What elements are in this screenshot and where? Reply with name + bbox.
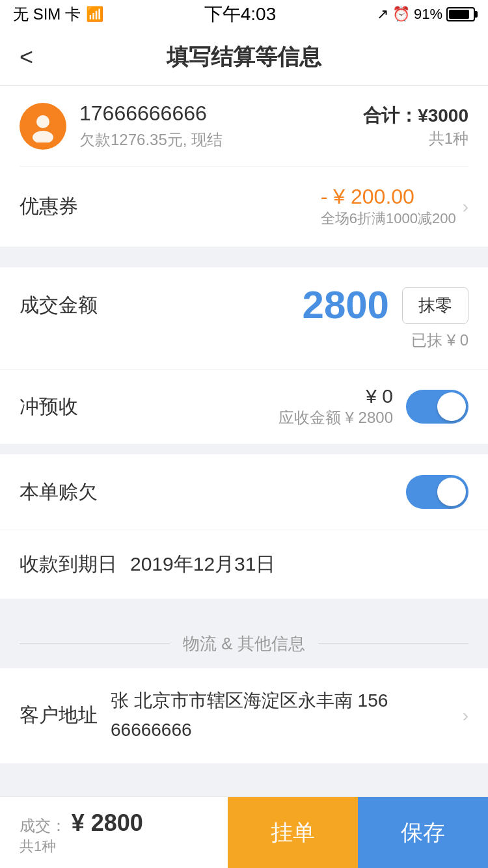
address-row[interactable]: 客户地址 张 北京市市辖区海淀区永丰南 156 66666666 › xyxy=(0,668,488,763)
coupon-label: 优惠券 xyxy=(20,193,78,220)
coupon-right: - ¥ 200.00 全场6折满1000减200 › xyxy=(321,185,468,228)
customer-row: 17666666666 欠款1276.35元, 现结 合计：¥3000 共1种 xyxy=(0,86,488,166)
address-value: 张 北京市市辖区海淀区永丰南 156 66666666 xyxy=(111,686,463,745)
customer-debt: 欠款1276.35元, 现结 xyxy=(79,129,223,150)
coupon-desc: 全场6折满1000减200 xyxy=(321,209,456,228)
coupon-discount: - ¥ 200.00 xyxy=(321,185,456,209)
coupon-arrow-icon: › xyxy=(463,197,468,217)
logistics-text: 物流 & 其他信息 xyxy=(170,632,318,655)
prereceive-label: 冲预收 xyxy=(20,394,78,420)
prereceive-toggle[interactable] xyxy=(406,390,468,424)
debt-toggle[interactable] xyxy=(406,475,468,509)
carrier-text: 无 SIM 卡 xyxy=(13,4,81,25)
svg-point-0 xyxy=(36,115,49,128)
summary-amount: ¥ 2800 xyxy=(72,809,143,836)
address-section: 客户地址 张 北京市市辖区海淀区永丰南 156 66666666 › xyxy=(0,668,488,763)
battery-icon xyxy=(446,7,475,21)
round-button[interactable]: 抹零 xyxy=(402,287,468,324)
deal-amount-value: 2800 xyxy=(303,286,389,325)
summary-count: 共1种 xyxy=(20,837,208,856)
customer-section: 17666666666 欠款1276.35元, 现结 合计：¥3000 共1种 … xyxy=(0,86,488,247)
debt-section: 本单赊欠 收款到期日 2019年12月31日 xyxy=(0,454,488,599)
prereceive-sub: 应收金额 ¥ 2800 xyxy=(278,407,393,428)
amount-section: 成交金额 2800 抹零 已抹 ¥ 0 xyxy=(0,267,488,369)
total-amount: 合计：¥3000 xyxy=(363,103,468,128)
prereceive-amount: ¥ 0 xyxy=(278,385,393,407)
coupon-row[interactable]: 优惠券 - ¥ 200.00 全场6折满1000减200 › xyxy=(0,167,488,247)
bottom-summary-line1: 成交： ¥ 2800 xyxy=(20,809,208,837)
avatar xyxy=(20,103,66,150)
svg-point-1 xyxy=(33,131,53,142)
customer-phone: 17666666666 xyxy=(79,102,223,126)
logistics-line-left xyxy=(20,644,170,644)
hold-button[interactable]: 挂单 xyxy=(228,797,358,869)
status-left: 无 SIM 卡 📶 xyxy=(13,4,103,25)
deal-amount-label: 成交金额 xyxy=(20,292,98,319)
status-bar: 无 SIM 卡 📶 下午4:03 ↗ ⏰ 91% xyxy=(0,0,488,29)
logistics-divider: 物流 & 其他信息 xyxy=(0,619,488,668)
debt-label: 本单赊欠 xyxy=(20,479,98,506)
page-title: 填写结算等信息 xyxy=(167,42,321,72)
prereceive-info: ¥ 0 应收金额 ¥ 2800 xyxy=(278,385,393,428)
prereceive-right: ¥ 0 应收金额 ¥ 2800 xyxy=(278,385,468,428)
status-time: 下午4:03 xyxy=(204,2,277,27)
customer-total: 合计：¥3000 共1种 xyxy=(363,103,468,149)
save-button[interactable]: 保存 xyxy=(358,797,488,869)
gap1 xyxy=(0,257,488,267)
prereceive-row: 冲预收 ¥ 0 应收金额 ¥ 2800 xyxy=(0,369,488,444)
duedate-label: 收款到期日 xyxy=(20,551,117,578)
logistics-line-right xyxy=(318,644,468,644)
battery-percent: 91% xyxy=(414,6,442,23)
bottom-bar: 成交： ¥ 2800 共1种 挂单 保存 xyxy=(0,796,488,868)
gap3 xyxy=(0,609,488,619)
amount-value-row: 2800 抹零 xyxy=(303,286,468,325)
summary-label: 成交： xyxy=(20,817,66,834)
alarm-icon: ⏰ xyxy=(392,6,410,23)
customer-info: 17666666666 欠款1276.35元, 现结 xyxy=(79,102,223,150)
debt-toggle-knob xyxy=(437,478,466,506)
location-icon: ↗ xyxy=(377,6,388,23)
status-right: ↗ ⏰ 91% xyxy=(377,6,475,23)
total-count: 共1种 xyxy=(363,128,468,149)
bottom-summary: 成交： ¥ 2800 共1种 xyxy=(0,809,228,856)
already-rounded: 已抹 ¥ 0 xyxy=(20,330,468,351)
wifi-icon: 📶 xyxy=(86,6,103,23)
address-label: 客户地址 xyxy=(20,702,98,729)
duedate-row: 收款到期日 2019年12月31日 xyxy=(0,530,488,599)
gap2 xyxy=(0,444,488,454)
toggle-knob xyxy=(437,392,466,421)
content: 17666666666 欠款1276.35元, 现结 合计：¥3000 共1种 … xyxy=(0,86,488,868)
nav-bar: < 填写结算等信息 xyxy=(0,29,488,86)
customer-left: 17666666666 欠款1276.35元, 现结 xyxy=(20,102,223,150)
back-button[interactable]: < xyxy=(20,44,33,71)
amount-row: 成交金额 2800 抹零 xyxy=(20,286,468,325)
address-arrow-icon: › xyxy=(463,705,468,726)
duedate-value: 2019年12月31日 xyxy=(130,551,275,578)
debt-row: 本单赊欠 xyxy=(0,454,488,530)
